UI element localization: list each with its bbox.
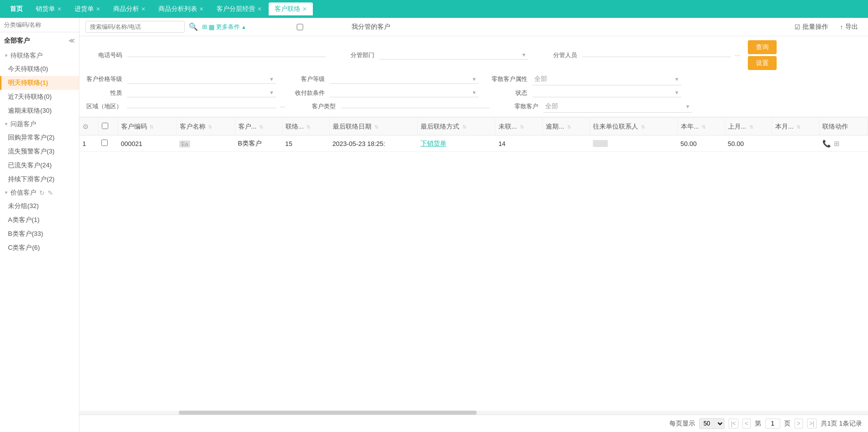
row-actions: 📞 ⊞: [819, 136, 868, 152]
nav-sales-close[interactable]: ✕: [57, 6, 62, 12]
select-all-checkbox[interactable]: [102, 123, 108, 129]
first-page-btn[interactable]: |<: [728, 419, 738, 429]
customer-table: ⚙ 客户编码 ⇅ 客户名称 ⇅ 客户... ⇅: [79, 118, 868, 152]
sidebar-item-class-a[interactable]: A类客户(1): [0, 213, 79, 227]
customer-type-input[interactable]: [341, 105, 490, 108]
this-month-sort-icon[interactable]: ⇅: [796, 124, 800, 130]
search-button[interactable]: 🔍: [189, 22, 198, 31]
filter-icon: ▦: [209, 23, 215, 31]
sidebar-item-churned[interactable]: 已流失客户(24): [0, 158, 79, 172]
contact-person-sort-icon[interactable]: ⇅: [641, 124, 645, 130]
table-row: 1 000021 Ea B类客户 15 2023-05-23 18:25: 下销…: [79, 136, 868, 152]
sidebar-item-today[interactable]: 今天待联络(0): [0, 62, 79, 76]
horizontal-scrollbar[interactable]: [79, 411, 868, 415]
sidebar-item-class-b[interactable]: B类客户(33): [0, 227, 79, 241]
my-customer-checkbox[interactable]: [250, 24, 350, 30]
sidebar-search-input[interactable]: [4, 21, 78, 28]
scrollbar-thumb[interactable]: [179, 411, 477, 415]
nav-analysis-list-close[interactable]: ✕: [199, 6, 204, 12]
dept-select[interactable]: ▼: [379, 51, 528, 60]
filter-panel: 电话号码 分管部门 ▼ 分管人员 ··· 查询 设置 客户价格等级: [79, 36, 868, 117]
sidebar-item-overdue[interactable]: 逾期未联络(30): [0, 104, 79, 118]
payment-select[interactable]: ▼: [330, 88, 479, 97]
nav-purchase[interactable]: 进货单 ✕: [69, 2, 106, 15]
last-contact-method-sort-icon[interactable]: ⇅: [462, 124, 466, 130]
name-sort-icon[interactable]: ⇅: [208, 124, 212, 130]
manager-more[interactable]: ···: [733, 52, 742, 59]
area-more[interactable]: ···: [278, 103, 287, 110]
sidebar-item-7days[interactable]: 近7天待联络(0): [0, 90, 79, 104]
nav-customer-contact-close[interactable]: ✕: [302, 6, 307, 12]
col-name: 客户名称 ⇅: [176, 118, 235, 136]
my-customer-filter[interactable]: 我分管的客户: [250, 22, 390, 31]
batch-op-button[interactable]: ☑ 批量操作: [791, 21, 832, 33]
nav-analysis-list[interactable]: 商品分析列表 ✕: [152, 2, 210, 15]
sidebar-item-repurchase-anomaly[interactable]: 回购异常客户(2): [0, 131, 79, 144]
sidebar-all-customers[interactable]: 全部客户 ≪: [0, 32, 79, 49]
query-button[interactable]: 查询: [748, 40, 777, 54]
reset-button[interactable]: 设置: [748, 56, 777, 70]
nav-sales[interactable]: 销货单 ✕: [30, 2, 68, 15]
per-page-select[interactable]: 50 100 200: [699, 418, 724, 429]
nav-analysis-close[interactable]: ✕: [141, 6, 145, 12]
customer-level-chevron: ▼: [472, 76, 477, 82]
sidebar-group-value-refresh[interactable]: ↻: [39, 189, 45, 197]
sidebar-all-label: 全部客户: [4, 36, 30, 45]
retail-customer-select[interactable]: 全部 ▼: [543, 100, 692, 113]
page-suffix: 页: [784, 419, 791, 428]
sidebar-item-tomorrow[interactable]: 明天待联络(1): [0, 76, 79, 90]
phone-input[interactable]: [127, 54, 326, 57]
status-chevron: ▼: [674, 90, 679, 95]
sidebar-item-churn-warning[interactable]: 流失预警客户(3): [0, 144, 79, 158]
last-contact-method-link[interactable]: 下销货单: [421, 140, 446, 147]
per-page-label: 每页显示: [669, 419, 695, 428]
total-records: 共1页 1条记录: [821, 419, 862, 428]
no-contact-sort-icon[interactable]: ⇅: [520, 124, 524, 130]
last-page-btn[interactable]: >|: [807, 419, 817, 429]
search-input[interactable]: [85, 21, 185, 33]
customer-price-select[interactable]: ▼: [127, 75, 276, 84]
gear-icon[interactable]: ⚙: [82, 123, 89, 131]
this-year-sort-icon[interactable]: ⇅: [702, 124, 706, 130]
customer-level-select[interactable]: ▼: [330, 75, 479, 84]
code-sort-icon[interactable]: ⇅: [149, 124, 153, 130]
action-more-icon[interactable]: ⊞: [834, 140, 840, 147]
nav-customer-contact[interactable]: 客户联络 ✕: [269, 2, 313, 15]
col-type: 客户... ⇅: [235, 118, 282, 136]
export-button[interactable]: ↑ 导出: [836, 21, 863, 33]
nav-customer-tier[interactable]: 客户分层经营 ✕: [211, 2, 268, 15]
area-input[interactable]: [127, 105, 276, 108]
table-header-row: ⚙ 客户编码 ⇅ 客户名称 ⇅ 客户... ⇅: [79, 118, 868, 136]
overdue-sort-icon[interactable]: ⇅: [567, 124, 571, 130]
status-select[interactable]: ▼: [532, 88, 681, 97]
filter-row-4: 区域（地区） ··· 客户类型 零散客户 全部 ▼: [85, 100, 862, 113]
last-month-sort-icon[interactable]: ⇅: [749, 124, 753, 130]
nav-purchase-close[interactable]: ✕: [96, 6, 100, 12]
next-page-btn[interactable]: >: [795, 419, 803, 429]
sidebar-item-declining[interactable]: 持续下滑客户(2): [0, 172, 79, 186]
more-filter-button[interactable]: ▦ 更多条件 ▲: [202, 23, 246, 31]
sidebar-item-class-c[interactable]: C类客户(6): [0, 241, 79, 255]
type-sort-icon[interactable]: ⇅: [259, 124, 263, 130]
nav-home[interactable]: 首页: [4, 2, 29, 15]
row-select-checkbox[interactable]: [101, 140, 108, 146]
nav-analysis[interactable]: 商品分析 ✕: [107, 2, 151, 15]
last-contact-date-sort-icon[interactable]: ⇅: [374, 124, 378, 130]
contact-count-sort-icon[interactable]: ⇅: [306, 124, 310, 130]
retail-attr-select[interactable]: 全部 ▼: [532, 73, 681, 85]
page-input[interactable]: [765, 419, 780, 429]
status-label: 状态: [491, 89, 530, 97]
nav-customer-tier-close[interactable]: ✕: [257, 6, 262, 12]
sidebar-item-ungrouped[interactable]: 未分组(32): [0, 199, 79, 213]
collapse-icon[interactable]: ≪: [69, 37, 75, 44]
row-overdue: [543, 136, 590, 152]
prev-page-btn[interactable]: <: [742, 419, 751, 429]
action-phone-icon[interactable]: 📞: [822, 140, 831, 147]
row-last-contact-date: 2023-05-23 18:25:: [329, 136, 417, 152]
row-type: B类客户: [235, 136, 282, 152]
sidebar-group-value-edit[interactable]: ✎: [48, 189, 53, 197]
phone-label: 电话号码: [85, 51, 125, 60]
manager-input[interactable]: [582, 54, 731, 57]
row-this-year: 50.00: [677, 136, 724, 152]
gender-select[interactable]: ▼: [127, 88, 276, 97]
